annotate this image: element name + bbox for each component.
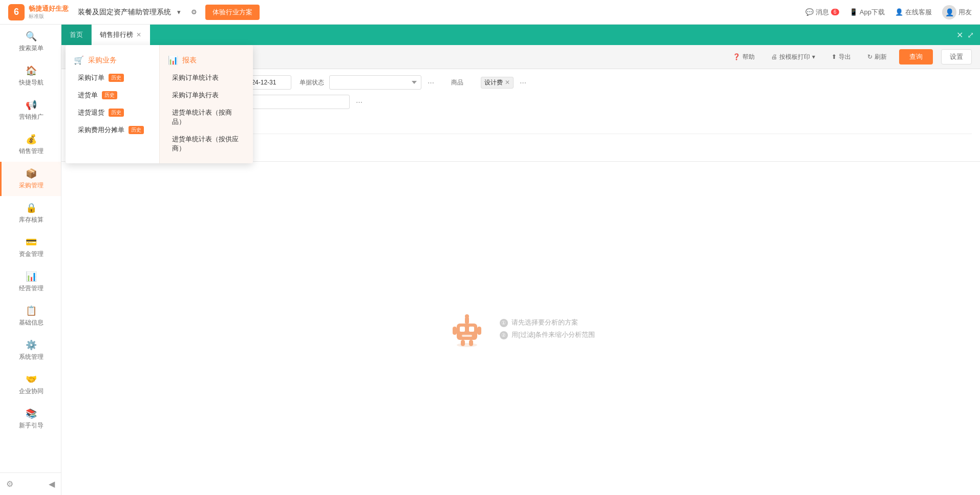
main-scroll: ① 请先选择要分析的方案 ② 用[过滤]条件来缩小分析范围: [61, 162, 980, 495]
avatar: 👤: [942, 5, 956, 19]
header-right: 💬 消息 6 📱 App下载 👤 在线客服 👤 用友: [805, 5, 972, 19]
sidebar-item-cooperation[interactable]: 🤝 企业协同: [0, 368, 61, 402]
print-dropdown-icon: ▾: [812, 53, 815, 60]
svg-rect-2: [460, 327, 465, 332]
message-icon: 💬: [805, 8, 814, 16]
svg-point-6: [465, 314, 469, 318]
order-status-select[interactable]: [329, 75, 421, 90]
goods-label: 商品: [451, 78, 477, 87]
handshake-icon: 🤝: [26, 374, 37, 385]
sidebar-item-marketing[interactable]: 📢 营销推广: [0, 93, 61, 127]
tab-sales-rank[interactable]: 销售排行榜 ✕: [92, 25, 150, 45]
search-icon: 🔍: [26, 31, 37, 42]
sidebar-item-sales[interactable]: 💰 销售管理: [0, 127, 61, 162]
help-btn[interactable]: ❓ 帮助: [729, 51, 759, 63]
message-btn[interactable]: 💬 消息 6: [805, 8, 839, 17]
filter-goods: 商品 设计费 ✕ ⋯: [451, 77, 594, 89]
print-template-btn[interactable]: 🖨 按模板打印 ▾: [767, 51, 819, 63]
tab-home[interactable]: 首页: [61, 25, 92, 45]
query-btn[interactable]: 查询: [899, 49, 933, 64]
sidebar-bottom: ⚙ ◀: [0, 472, 61, 495]
sidebar-item-inventory[interactable]: 🔒 库存核算: [0, 196, 61, 230]
system-title-dropdown[interactable]: ▾: [175, 6, 183, 18]
sidebar-item-basic[interactable]: 📋 基础信息: [0, 299, 61, 333]
order-status-dots[interactable]: ⋯: [425, 79, 436, 87]
refresh-btn[interactable]: ↻ 刷新: [863, 51, 891, 63]
empty-illustration: [446, 308, 487, 349]
svg-point-0: [457, 343, 477, 347]
menu-item-incoming-return[interactable]: 进货退货 历史: [66, 104, 159, 121]
svg-rect-4: [462, 335, 472, 337]
refresh-icon: ↻: [867, 53, 872, 60]
tab-expand-btn[interactable]: ⤢: [967, 30, 974, 40]
industry-btn[interactable]: 体验行业方案: [205, 5, 260, 20]
goods-dots[interactable]: ⋯: [518, 79, 528, 87]
salesperson-dots[interactable]: ⋯: [354, 98, 365, 106]
sidebar-item-search[interactable]: 🔍 搜索菜单: [0, 25, 61, 59]
help-icon: ❓: [733, 53, 740, 60]
book-icon: 📚: [26, 408, 37, 419]
sidebar-item-operation[interactable]: 📊 经营管理: [0, 265, 61, 299]
goods-tag-close[interactable]: ✕: [505, 79, 510, 86]
sidebar-item-guide[interactable]: 📚 新手引导: [0, 402, 61, 436]
clipboard-icon: 📋: [26, 305, 37, 316]
history-badge-0: 历史: [109, 74, 124, 82]
svg-rect-8: [477, 327, 481, 335]
salesperson-input[interactable]: [251, 95, 350, 109]
history-badge-1: 历史: [102, 91, 117, 99]
menu-item-incoming-stat-goods[interactable]: 进货单统计表（按商品）: [160, 104, 253, 131]
user-menu-btn[interactable]: 👤 用友: [942, 5, 972, 19]
sidebar-item-purchase[interactable]: 📦 采购管理: [0, 162, 61, 196]
report-section-icon: 📊: [168, 55, 178, 65]
menu-item-purchase-order[interactable]: 采购订单 历史: [66, 69, 159, 87]
empty-text: ① 请先选择要分析的方案 ② 用[过滤]条件来缩小分析范围: [500, 316, 595, 340]
menu-item-incoming-stat-supplier[interactable]: 进货单统计表（按供应商）: [160, 131, 253, 157]
system-title: 装餐及固定资产辅助管理系统: [78, 8, 171, 17]
export-btn[interactable]: ⬆ 导出: [827, 51, 855, 63]
system-settings-btn[interactable]: ⚙: [187, 5, 201, 19]
purchase-section-header: 🛒 采购业务: [66, 51, 159, 69]
headset-icon: 👤: [895, 8, 903, 16]
history-badge-2: 历史: [109, 109, 124, 117]
menu-item-purchase-fee[interactable]: 采购费用分摊单 历史: [66, 121, 159, 139]
sidebar-collapse-btn[interactable]: ◀: [49, 479, 55, 489]
menu-item-incoming[interactable]: 进货单 历史: [66, 87, 159, 104]
filter-order-status: 单据状态 ⋯: [300, 75, 443, 90]
logo-area: 6 畅捷通好生意 标准版: [8, 4, 70, 20]
dropdown-menu: 🛒 采购业务 采购订单 历史 进货单 历史 进货退货 历史 采购费用分摊单 历史…: [66, 45, 253, 163]
phone-icon: 📱: [849, 8, 858, 16]
card-icon: 💳: [26, 236, 37, 248]
sidebar-item-system[interactable]: ⚙️ 系统管理: [0, 333, 61, 368]
tab-close-all-btn[interactable]: ✕: [956, 30, 963, 40]
lock-icon: 🔒: [26, 202, 37, 213]
tab-bar: 首页 销售排行榜 ✕ ✕ ⤢: [61, 25, 980, 45]
svg-rect-9: [461, 340, 465, 346]
purchase-col: 🛒 采购业务 采购订单 历史 进货单 历史 进货退货 历史 采购费用分摊单 历史: [66, 45, 159, 163]
money-icon: 💰: [26, 134, 37, 145]
app-download-btn[interactable]: 📱 App下载: [849, 8, 885, 17]
settings-btn[interactable]: 设置: [941, 49, 972, 64]
report-section-header: 📊 报表: [160, 51, 253, 69]
logo-text: 畅捷通好生意 标准版: [29, 5, 69, 20]
message-badge: 6: [831, 9, 839, 15]
sidebar-item-finance[interactable]: 💳 资金管理: [0, 230, 61, 265]
print-icon: 🖨: [771, 53, 777, 60]
order-status-label: 单据状态: [300, 78, 325, 87]
report-col: 📊 报表 采购订单统计表 采购订单执行表 进货单统计表（按商品） 进货单统计表（…: [159, 45, 253, 163]
tab-controls: ✕ ⤢: [950, 30, 980, 40]
menu-item-purchase-order-stat[interactable]: 采购订单统计表: [160, 69, 253, 87]
box-icon: 📦: [26, 168, 37, 179]
sidebar-settings-btn[interactable]: ⚙: [6, 479, 13, 489]
tab-close-icon[interactable]: ✕: [136, 31, 141, 38]
top-header: 6 畅捷通好生意 标准版 装餐及固定资产辅助管理系统 ▾ ⚙ 体验行业方案 💬 …: [0, 0, 980, 25]
sidebar-item-quick-nav[interactable]: 🏠 快捷导航: [0, 59, 61, 93]
header-middle: 装餐及固定资产辅助管理系统 ▾ ⚙ 体验行业方案: [70, 5, 805, 20]
empty-state: ① 请先选择要分析的方案 ② 用[过滤]条件来缩小分析范围: [61, 162, 980, 495]
logo-icon: 6: [8, 4, 25, 20]
svg-rect-10: [469, 340, 473, 346]
online-service-btn[interactable]: 👤 在线客服: [895, 8, 932, 17]
menu-item-purchase-order-exec[interactable]: 采购订单执行表: [160, 87, 253, 104]
history-badge-3: 历史: [129, 126, 144, 134]
sidebar: 🔍 搜索菜单 🏠 快捷导航 📢 营销推广 💰 销售管理 📦 采购管理 🔒 库存核…: [0, 25, 61, 495]
gear-icon: ⚙️: [26, 339, 37, 351]
